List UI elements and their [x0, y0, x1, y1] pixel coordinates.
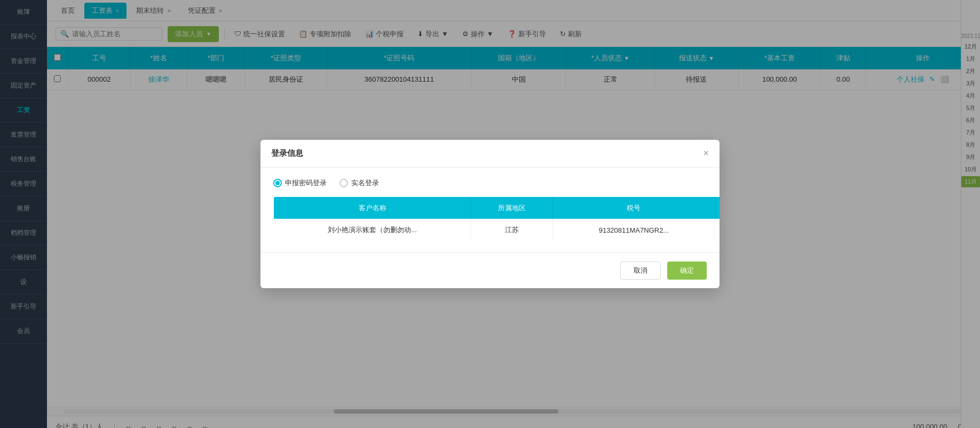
cancel-button[interactable]: 取消 [620, 261, 661, 280]
modal-cell-region: 江苏 [471, 219, 553, 242]
confirm-button[interactable]: 确定 [667, 261, 707, 280]
modal-col-region: 所属地区 [471, 196, 553, 219]
radio-realname-login[interactable]: 实名登录 [339, 178, 379, 188]
login-type-radio-group: 申报密码登录 实名登录 [273, 178, 707, 188]
login-info-modal: 登录信息 × 申报密码登录 实名登录 客户名称 所属地区 [260, 140, 720, 289]
modal-cell-tax-number: 91320811MA7NGR2... [553, 219, 715, 242]
modal-overlay: 登录信息 × 申报密码登录 实名登录 客户名称 所属地区 [0, 0, 980, 428]
modal-table-row: 刘小艳演示账套（勿删勿动... 江苏 91320811MA7NGR2... [274, 219, 720, 242]
modal-body: 申报密码登录 实名登录 客户名称 所属地区 税号 个税密码 [260, 168, 720, 253]
modal-close-button[interactable]: × [703, 148, 709, 158]
modal-col-tax-number: 税号 [553, 196, 715, 219]
modal-col-password: 个税密码 [715, 196, 720, 219]
modal-title: 登录信息 [271, 148, 303, 158]
modal-footer: 取消 确定 [260, 252, 720, 288]
modal-cell-password[interactable] [715, 219, 720, 242]
radio-realname-circle [339, 179, 348, 187]
modal-col-client-name: 客户名称 [274, 196, 471, 219]
login-client-table: 客户名称 所属地区 税号 个税密码 刘小艳演示账套（勿删勿动... 江苏 913… [273, 196, 720, 242]
modal-table-header: 客户名称 所属地区 税号 个税密码 [274, 196, 720, 219]
radio-password-circle [273, 179, 282, 187]
radio-password-login[interactable]: 申报密码登录 [273, 178, 327, 188]
modal-header: 登录信息 × [260, 140, 720, 168]
modal-cell-client-name: 刘小艳演示账套（勿删勿动... [274, 219, 471, 242]
